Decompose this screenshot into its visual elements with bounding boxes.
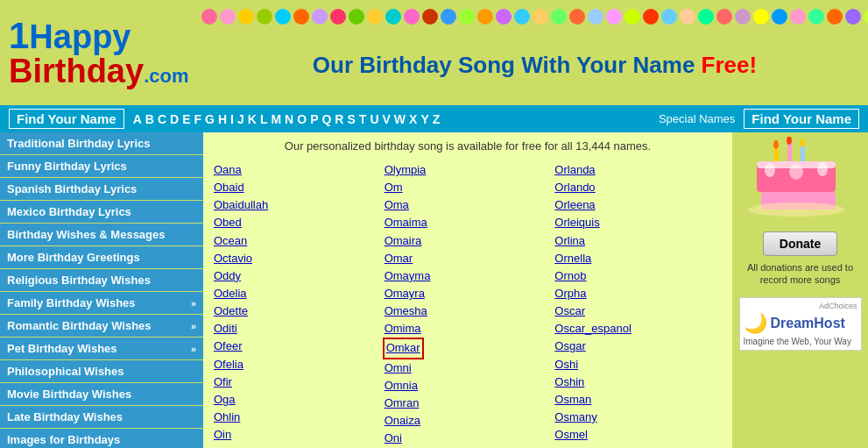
sidebar-item-label: Family Birthday Wishes xyxy=(7,296,136,309)
find-name-right[interactable]: Find Your Name xyxy=(744,109,859,129)
letter-link-j[interactable]: J xyxy=(237,112,244,126)
name-link[interactable]: Odette xyxy=(212,302,383,320)
name-link[interactable]: Onaiza xyxy=(383,412,554,430)
name-link[interactable]: Oira xyxy=(212,444,383,448)
name-link[interactable]: Omima xyxy=(383,320,554,338)
name-link[interactable]: Oddy xyxy=(212,267,383,285)
letter-link-x[interactable]: X xyxy=(409,112,417,126)
sidebar-item-13[interactable]: Images for Birthdays xyxy=(0,429,203,448)
name-link[interactable]: Obaid xyxy=(212,179,383,196)
name-link[interactable]: Omesha xyxy=(383,302,554,320)
sidebar-item-1[interactable]: Funny Birthday Lyrics xyxy=(0,155,203,177)
letter-link-p[interactable]: P xyxy=(310,112,318,126)
sidebar-item-5[interactable]: More Birthday Greetings xyxy=(0,246,203,268)
name-link[interactable]: Odelia xyxy=(212,285,383,302)
letter-link-v[interactable]: V xyxy=(383,112,391,126)
sidebar-item-9[interactable]: Pet Birthday Wishes» xyxy=(0,338,203,359)
letter-link-i[interactable]: I xyxy=(230,112,234,126)
name-link[interactable]: Obaidullah xyxy=(212,196,383,214)
letter-link-t[interactable]: T xyxy=(359,112,367,126)
name-link[interactable]: Ocean xyxy=(212,232,383,250)
special-names-link[interactable]: Special Names xyxy=(659,112,735,125)
letter-link-h[interactable]: H xyxy=(218,112,227,126)
donate-button[interactable]: Donate xyxy=(763,231,837,256)
name-link[interactable]: Osgar xyxy=(553,338,723,355)
name-link[interactable]: Omran xyxy=(383,395,554,412)
letter-link-o[interactable]: O xyxy=(297,112,307,126)
name-link[interactable]: Omkar xyxy=(383,338,424,359)
name-link[interactable]: Omayma xyxy=(383,267,554,285)
sidebar-item-7[interactable]: Family Birthday Wishes» xyxy=(0,292,203,314)
name-link[interactable]: Ofelia xyxy=(212,356,383,373)
name-link[interactable]: Orlina xyxy=(553,232,723,250)
name-link[interactable]: Oscar xyxy=(553,302,723,320)
logo-com: .com xyxy=(144,65,188,87)
letter-link-y[interactable]: Y xyxy=(420,112,428,126)
letter-link-q[interactable]: Q xyxy=(321,112,331,126)
name-link[interactable]: Ofeer xyxy=(212,338,383,355)
name-link[interactable]: Orlanda xyxy=(553,161,723,179)
name-link[interactable]: Oscar_espanol xyxy=(553,320,723,338)
letter-link-c[interactable]: C xyxy=(158,112,166,126)
sidebar-item-8[interactable]: Romantic Birthday Wishes» xyxy=(0,315,203,337)
name-link[interactable]: Ornob xyxy=(553,267,723,285)
name-link[interactable]: Oin xyxy=(212,426,383,444)
name-link[interactable]: Oshin xyxy=(553,373,723,391)
name-link[interactable]: Omni xyxy=(383,359,554,377)
letter-link-z[interactable]: Z xyxy=(433,112,441,126)
name-link[interactable]: Om xyxy=(383,179,554,196)
sidebar-item-0[interactable]: Traditional Birthday Lyrics xyxy=(0,132,203,154)
sidebar-item-4[interactable]: Birthday Wishes & Messages xyxy=(0,224,203,245)
name-link[interactable]: Oma xyxy=(383,196,554,214)
letter-link-m[interactable]: M xyxy=(271,112,281,126)
sidebar-item-3[interactable]: Mexico Birthday Lyrics xyxy=(0,201,203,223)
letter-link-a[interactable]: A xyxy=(133,112,142,126)
letter-link-u[interactable]: U xyxy=(370,112,378,126)
letter-link-l[interactable]: L xyxy=(260,112,268,126)
name-link[interactable]: Osmany xyxy=(553,409,723,426)
letter-link-n[interactable]: N xyxy=(285,112,293,126)
ad-tagline: Imagine the Web, Your Way xyxy=(744,337,857,346)
name-link[interactable]: Ofir xyxy=(212,373,383,391)
letter-link-d[interactable]: D xyxy=(170,112,179,126)
name-link[interactable]: Oana xyxy=(212,161,383,179)
sidebar-item-11[interactable]: Movie Birthday Wishes xyxy=(0,383,203,405)
name-link[interactable]: Orleiquis xyxy=(553,214,723,231)
name-link[interactable]: Osmenis xyxy=(553,444,723,448)
sidebar-item-2[interactable]: Spanish Birthday Lyrics xyxy=(0,178,203,200)
letter-link-w[interactable]: W xyxy=(394,112,406,126)
name-link[interactable]: Orpha xyxy=(553,285,723,302)
letter-link-s[interactable]: S xyxy=(347,112,355,126)
decoration-dot xyxy=(588,9,603,25)
name-link[interactable]: Ornella xyxy=(553,250,723,267)
name-link[interactable]: Osmel xyxy=(553,426,723,444)
letter-link-f[interactable]: F xyxy=(194,112,201,126)
name-link[interactable]: Omaira xyxy=(383,232,554,250)
sidebar-item-label: Images for Birthdays xyxy=(7,433,120,446)
find-name-left[interactable]: Find Your Name xyxy=(9,109,124,129)
name-link[interactable]: Orleena xyxy=(553,196,723,214)
name-link[interactable]: Oshi xyxy=(553,356,723,373)
letter-link-e[interactable]: E xyxy=(182,112,190,126)
name-link[interactable]: Obed xyxy=(212,214,383,231)
letter-link-r[interactable]: R xyxy=(335,112,343,126)
letter-link-g[interactable]: G xyxy=(205,112,215,126)
name-link[interactable]: Omayra xyxy=(383,285,554,302)
name-link[interactable]: Omar xyxy=(383,250,554,267)
name-link[interactable]: Omnia xyxy=(383,377,554,395)
name-link[interactable]: Olympia xyxy=(383,161,554,179)
sidebar-item-12[interactable]: Late Birthday Wishes xyxy=(0,406,203,428)
sidebar-item-6[interactable]: Religious Birthday Wishes xyxy=(0,269,203,291)
sidebar-item-10[interactable]: Philosophical Wishes xyxy=(0,360,203,382)
letter-link-b[interactable]: B xyxy=(145,112,154,126)
name-link[interactable]: Oga xyxy=(212,391,383,409)
name-link[interactable]: Orlando xyxy=(553,179,723,196)
name-link[interactable]: Omaima xyxy=(383,214,554,231)
name-link[interactable]: Octavio xyxy=(212,250,383,267)
name-link[interactable]: Osman xyxy=(553,391,723,409)
name-link[interactable]: Ohlin xyxy=(212,409,383,426)
letter-link-k[interactable]: K xyxy=(248,112,257,126)
svg-point-11 xyxy=(817,162,828,176)
name-link[interactable]: Oni xyxy=(383,430,554,447)
name-link[interactable]: Oditi xyxy=(212,320,383,338)
